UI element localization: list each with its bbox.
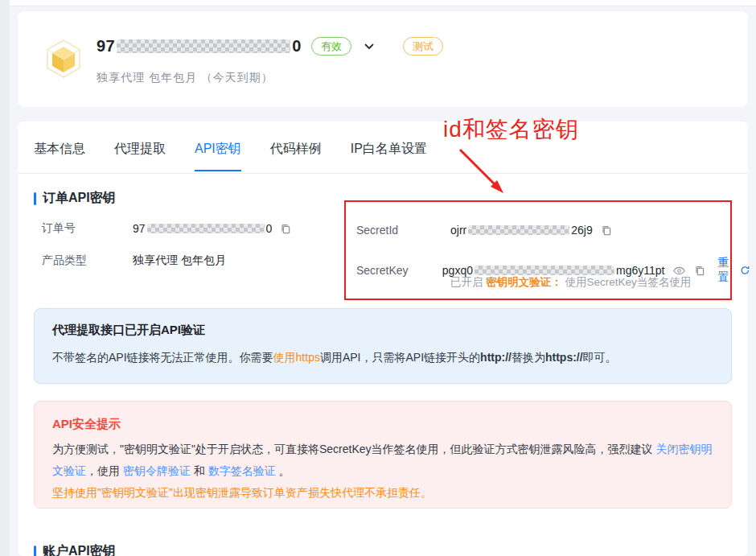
top-bar-remnant xyxy=(10,0,756,6)
section-accent-bar xyxy=(34,546,36,556)
order-no-value: 970 xyxy=(133,222,272,235)
product-cube-icon xyxy=(43,39,84,79)
tabs-divider xyxy=(18,173,748,174)
copy-order-no-icon[interactable] xyxy=(280,223,292,235)
copy-secret-id-icon[interactable] xyxy=(601,224,613,237)
product-type-label: 产品类型 xyxy=(42,253,133,268)
product-type-row: 产品类型 独享代理 包年包月 xyxy=(42,253,226,268)
order-api-key-section-title: 订单API密钥 xyxy=(34,190,116,207)
account-api-key-section-title: 账户API密钥 xyxy=(34,543,116,556)
copy-secret-key-icon[interactable] xyxy=(694,265,706,277)
annotation-arrow xyxy=(449,145,516,203)
product-type-value: 独享代理 包年包月 xyxy=(133,253,226,268)
order-no-row: 订单号 970 xyxy=(42,221,292,236)
redacted-secret-id xyxy=(468,225,569,235)
info-box-body: 不带签名的API链接将无法正常使用。你需要使用https调用API，只需将API… xyxy=(52,347,713,369)
secret-key-label: SecretKey xyxy=(356,264,442,277)
left-edge-strip xyxy=(0,0,10,556)
tab-proxy-extract[interactable]: 代理提取 xyxy=(114,141,166,171)
tab-bar: 基本信息 代理提取 API密钥 代码样例 IP白名单设置 xyxy=(34,141,427,171)
env-badge: 测试 xyxy=(403,37,443,56)
order-no-label: 订单号 xyxy=(42,221,133,236)
reset-secret-key-link[interactable]: 重置 xyxy=(717,256,750,285)
secret-id-row: SecretId ojrr26j9 xyxy=(356,224,613,237)
secret-id-label: SecretId xyxy=(356,224,450,237)
tab-ip-whitelist[interactable]: IP白名单设置 xyxy=(351,141,427,171)
tab-api-key[interactable]: API密钥 xyxy=(195,141,241,171)
plaintext-verification-label: 密钥明文验证： xyxy=(486,276,562,288)
use-https-link[interactable]: 使用https xyxy=(273,351,320,364)
chevron-down-icon[interactable] xyxy=(363,40,376,53)
tab-code-samples[interactable]: 代码样例 xyxy=(270,141,322,171)
order-id-title: 970 xyxy=(97,37,302,56)
annotation-text: id和签名密钥 xyxy=(443,114,579,145)
digital-signature-verification-link[interactable]: 数字签名验证 xyxy=(208,464,276,477)
key-token-verification-link[interactable]: 密钥令牌验证 xyxy=(123,464,191,477)
section-accent-bar xyxy=(34,192,36,205)
info-box-title: 代理提取接口已开启API验证 xyxy=(52,323,205,338)
tab-basic-info[interactable]: 基本信息 xyxy=(34,141,85,171)
order-header-card: 970 有效 测试 独享代理 包年包月 （今天到期） xyxy=(18,11,748,107)
api-security-warning-box: API安全提示 为方便测试，"密钥明文验证"处于开启状态，可直接将SecretK… xyxy=(34,401,732,509)
api-verification-info-box: 代理提取接口已开启API验证 不带签名的API链接将无法正常使用。你需要使用ht… xyxy=(34,308,732,384)
warning-box-body: 为方便测试，"密钥明文验证"处于开启状态，可直接将SecretKey当作签名使用… xyxy=(52,439,713,504)
order-detail-page: 970 有效 测试 独享代理 包年包月 （今天到期） 基本信息 代理提取 API… xyxy=(0,0,756,556)
plaintext-verification-note: 已开启 密钥明文验证： 使用SecretKey当签名使用 xyxy=(450,275,691,290)
order-detail-card: 基本信息 代理提取 API密钥 代码样例 IP白名单设置 订单API密钥 订单号… xyxy=(18,121,748,556)
refresh-icon xyxy=(740,265,750,276)
redacted-secret-key xyxy=(475,266,614,275)
order-subtitle: 独享代理 包年包月 （今天到期） xyxy=(97,71,273,85)
redacted-order-no xyxy=(147,224,265,233)
status-badge: 有效 xyxy=(311,37,351,56)
redacted-order-id xyxy=(117,39,290,53)
warning-box-title: API安全提示 xyxy=(52,417,121,432)
liability-notice: 坚持使用"密钥明文验证"出现密钥泄露导致订单资产损失快代理不承担责任。 xyxy=(52,482,713,504)
secret-id-value: ojrr26j9 xyxy=(450,224,593,237)
